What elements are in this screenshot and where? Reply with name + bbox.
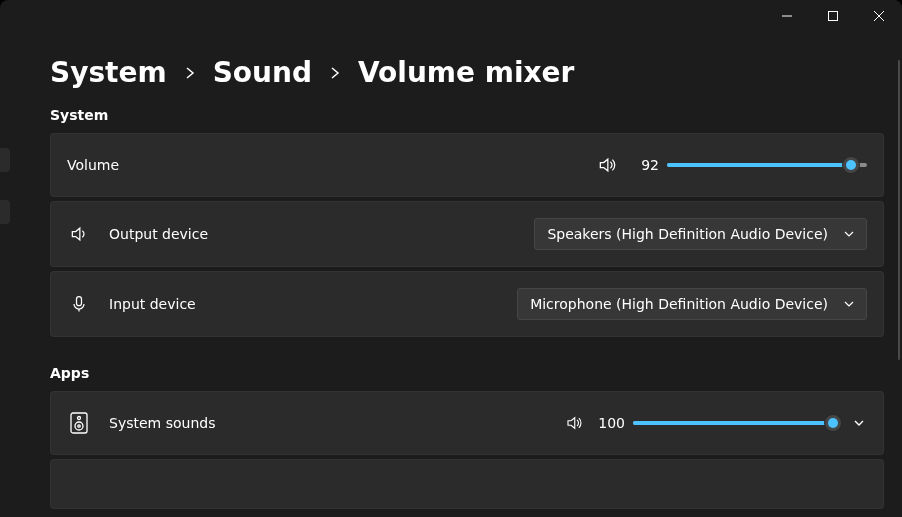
volume-row: Volume 92 <box>50 133 884 197</box>
speaker-icon <box>67 224 91 244</box>
system-sounds-label: System sounds <box>109 415 215 431</box>
chevron-right-icon <box>185 66 195 80</box>
output-device-selected: Speakers (High Definition Audio Device) <box>547 226 828 242</box>
maximize-button[interactable] <box>810 0 856 32</box>
svg-marker-5 <box>72 228 80 240</box>
breadcrumb-system[interactable]: System <box>50 56 167 89</box>
system-sounds-slider[interactable] <box>633 413 833 433</box>
volume-slider[interactable] <box>667 155 867 175</box>
svg-marker-4 <box>600 159 608 171</box>
breadcrumb: System Sound Volume mixer <box>50 56 884 89</box>
output-device-dropdown[interactable]: Speakers (High Definition Audio Device) <box>534 218 867 250</box>
partial-row: . <box>50 459 884 509</box>
maximize-icon <box>828 11 838 21</box>
cropped-nav-item <box>0 200 10 224</box>
speaker-device-icon <box>67 412 91 434</box>
expand-button[interactable] <box>851 417 867 429</box>
minimize-icon <box>782 11 792 21</box>
input-device-row: Input device Microphone (High Definition… <box>50 271 884 337</box>
section-header-system: System <box>50 107 884 123</box>
input-device-selected: Microphone (High Definition Audio Device… <box>530 296 828 312</box>
chevron-down-icon <box>844 229 854 239</box>
svg-point-10 <box>75 422 83 430</box>
page-title: Volume mixer <box>358 56 574 89</box>
system-sounds-value: 100 <box>595 415 625 431</box>
svg-rect-1 <box>829 12 838 21</box>
input-device-label: Input device <box>109 296 196 312</box>
volume-value: 92 <box>629 157 659 173</box>
chevron-right-icon <box>330 66 340 80</box>
speaker-icon[interactable] <box>565 414 583 432</box>
svg-rect-6 <box>77 297 82 306</box>
system-sounds-row: System sounds 100 <box>50 391 884 455</box>
output-device-label: Output device <box>109 226 208 242</box>
microphone-icon <box>67 294 91 314</box>
output-device-row: Output device Speakers (High Definition … <box>50 201 884 267</box>
cropped-nav-item <box>0 148 10 172</box>
chevron-down-icon <box>853 417 865 429</box>
scrollbar[interactable] <box>898 60 900 360</box>
chevron-down-icon <box>844 299 854 309</box>
close-icon <box>874 11 884 21</box>
close-button[interactable] <box>856 0 902 32</box>
svg-point-11 <box>78 425 80 427</box>
speaker-icon[interactable] <box>597 155 617 175</box>
svg-marker-12 <box>568 418 575 429</box>
svg-point-9 <box>78 417 81 420</box>
input-device-dropdown[interactable]: Microphone (High Definition Audio Device… <box>517 288 867 320</box>
section-header-apps: Apps <box>50 365 884 381</box>
volume-label: Volume <box>67 157 119 173</box>
minimize-button[interactable] <box>764 0 810 32</box>
breadcrumb-sound[interactable]: Sound <box>213 56 312 89</box>
